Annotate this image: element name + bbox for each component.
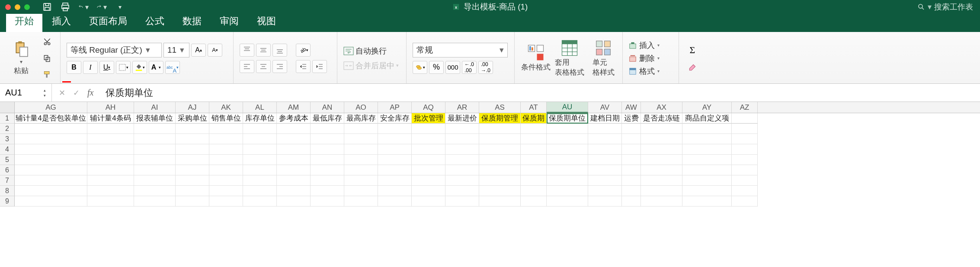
insert-cells-button[interactable]: 插入▾: [629, 40, 673, 51]
cell-AS5[interactable]: [479, 155, 521, 165]
cell-AZ5[interactable]: [732, 155, 758, 165]
paste-button[interactable]: ▾ 粘贴: [6, 41, 36, 76]
cell-AY5[interactable]: [682, 155, 732, 165]
cancel-edit-button[interactable]: ✕: [59, 88, 65, 98]
cell-AZ6[interactable]: [732, 165, 758, 175]
cell-AW4[interactable]: [622, 144, 641, 155]
cell-AN7[interactable]: [311, 175, 344, 186]
cell-AR4[interactable]: [445, 144, 479, 155]
cell-AP2[interactable]: [378, 124, 412, 134]
cell-AM5[interactable]: [277, 155, 311, 165]
cell-AJ9[interactable]: [176, 196, 209, 207]
column-header-AG[interactable]: AG: [15, 102, 87, 113]
cell-AS6[interactable]: [479, 165, 521, 175]
cell-AG1[interactable]: 辅计量4是否包装单位: [15, 113, 87, 124]
cell-AQ6[interactable]: [412, 165, 445, 175]
cell-AQ9[interactable]: [412, 196, 445, 207]
column-header-AO[interactable]: AO: [344, 102, 378, 113]
name-box[interactable]: AU1 ▴▾: [0, 84, 52, 102]
cell-AO5[interactable]: [344, 155, 378, 165]
cell-AH8[interactable]: [87, 186, 134, 196]
fill-color-button[interactable]: ▾: [132, 61, 147, 74]
cell-AT6[interactable]: [521, 165, 547, 175]
cell-AW5[interactable]: [622, 155, 641, 165]
cell-AV4[interactable]: [588, 144, 622, 155]
decrease-font-button[interactable]: A▾: [208, 44, 222, 57]
cell-AL1[interactable]: 库存单位: [243, 113, 277, 124]
column-header-AR[interactable]: AR: [445, 102, 479, 113]
cell-AT3[interactable]: [521, 134, 547, 144]
cell-AH7[interactable]: [87, 175, 134, 186]
cell-AQ5[interactable]: [412, 155, 445, 165]
column-header-AY[interactable]: AY: [682, 102, 732, 113]
cell-AZ7[interactable]: [732, 175, 758, 186]
cell-AG9[interactable]: [15, 196, 87, 207]
cell-AV9[interactable]: [588, 196, 622, 207]
column-header-AS[interactable]: AS: [479, 102, 521, 113]
cell-AJ8[interactable]: [176, 186, 209, 196]
cell-AK8[interactable]: [209, 186, 243, 196]
cell-AM2[interactable]: [277, 124, 311, 134]
cell-AL3[interactable]: [243, 134, 277, 144]
underline-button[interactable]: U ▾: [99, 61, 114, 74]
cell-AL6[interactable]: [243, 165, 277, 175]
cell-grid[interactable]: 1辅计量4是否包装单位辅计量4条码报表辅单位采购单位销售单位库存单位参考成本最低…: [0, 113, 980, 207]
cell-AG3[interactable]: [15, 134, 87, 144]
column-header-AV[interactable]: AV: [588, 102, 622, 113]
row-header-3[interactable]: 3: [0, 134, 15, 144]
qat-customize-icon[interactable]: ▾: [115, 2, 125, 12]
undo-icon[interactable]: ▾: [78, 2, 89, 12]
column-header-AL[interactable]: AL: [243, 102, 277, 113]
align-right-button[interactable]: [272, 60, 287, 73]
cell-AW9[interactable]: [622, 196, 641, 207]
column-header-AX[interactable]: AX: [641, 102, 682, 113]
cell-AX6[interactable]: [641, 165, 682, 175]
cell-AT2[interactable]: [521, 124, 547, 134]
cell-AU7[interactable]: [547, 175, 588, 186]
cell-AO6[interactable]: [344, 165, 378, 175]
confirm-edit-button[interactable]: ✓: [73, 88, 80, 98]
align-left-button[interactable]: [240, 60, 254, 73]
cell-AP1[interactable]: 安全库存: [378, 113, 412, 124]
tab-insert[interactable]: 插入: [43, 11, 80, 32]
comma-button[interactable]: 000: [445, 61, 460, 74]
borders-button[interactable]: ▾: [116, 61, 131, 74]
cell-AL2[interactable]: [243, 124, 277, 134]
cell-AO4[interactable]: [344, 144, 378, 155]
increase-indent-button[interactable]: [312, 60, 327, 73]
orientation-button[interactable]: ab▾: [296, 44, 311, 57]
italic-button[interactable]: I: [83, 61, 98, 74]
tab-formulas[interactable]: 公式: [137, 11, 173, 32]
cell-AK2[interactable]: [209, 124, 243, 134]
cell-AI7[interactable]: [134, 175, 176, 186]
number-format-combo[interactable]: 常规▾: [413, 43, 508, 57]
phonetic-button[interactable]: abcA ▾: [165, 61, 180, 74]
cell-AZ3[interactable]: [732, 134, 758, 144]
print-icon[interactable]: [60, 2, 70, 12]
cell-AR2[interactable]: [445, 124, 479, 134]
column-header-AK[interactable]: AK: [209, 102, 243, 113]
cell-AJ4[interactable]: [176, 144, 209, 155]
cell-AO1[interactable]: 最高库存: [344, 113, 378, 124]
align-bottom-button[interactable]: [272, 44, 287, 57]
cell-AH2[interactable]: [87, 124, 134, 134]
row-header-6[interactable]: 6: [0, 165, 15, 175]
cell-AQ7[interactable]: [412, 175, 445, 186]
tab-home[interactable]: 开始: [6, 11, 42, 32]
cell-AG2[interactable]: [15, 124, 87, 134]
autosum-button[interactable]: Σ: [685, 44, 700, 57]
cell-AL7[interactable]: [243, 175, 277, 186]
cell-AU6[interactable]: [547, 165, 588, 175]
column-header-AQ[interactable]: AQ: [412, 102, 445, 113]
currency-button[interactable]: ▾: [413, 61, 427, 74]
cell-AW7[interactable]: [622, 175, 641, 186]
cell-AP9[interactable]: [378, 196, 412, 207]
format-painter-button[interactable]: [40, 68, 54, 81]
cell-AG4[interactable]: [15, 144, 87, 155]
column-header-AT[interactable]: AT: [521, 102, 547, 113]
tab-view[interactable]: 视图: [248, 11, 285, 32]
cell-AU9[interactable]: [547, 196, 588, 207]
cell-AX7[interactable]: [641, 175, 682, 186]
cell-AT4[interactable]: [521, 144, 547, 155]
cell-AX9[interactable]: [641, 196, 682, 207]
